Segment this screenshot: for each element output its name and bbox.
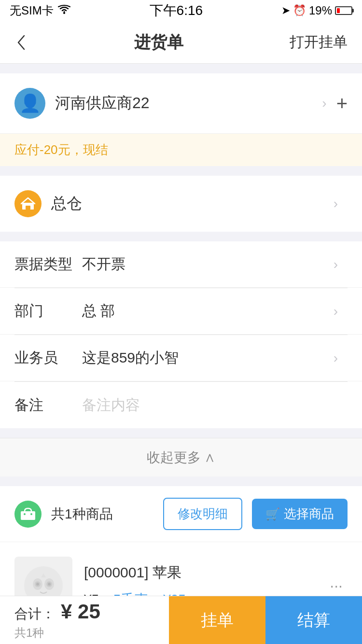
- person-icon: 👤: [19, 93, 41, 113]
- warehouse-label: 总仓: [51, 193, 334, 214]
- invoice-type-label: 票据类型: [14, 254, 82, 274]
- product-title: 苹果: [153, 564, 181, 580]
- collapse-label: 收起更多 ∧: [147, 448, 216, 467]
- invoice-type-row[interactable]: 票据类型 不开票 ›: [0, 241, 362, 288]
- total-count: 共1种: [14, 625, 154, 641]
- location-icon: ➤: [281, 4, 290, 17]
- add-supplier-button[interactable]: +: [336, 93, 348, 114]
- battery-icon: [335, 6, 352, 15]
- select-product-label: 选择商品: [284, 505, 334, 522]
- salesperson-value: 这是859的小智: [82, 348, 334, 368]
- no-sim-label: 无SIM卡: [10, 3, 54, 18]
- supplier-section: 👤 河南供应商22 › + 应付-20元，现结: [0, 73, 362, 166]
- supplier-row[interactable]: 👤 河南供应商22 › +: [0, 73, 362, 134]
- supplier-hint: 应付-20元，现结: [0, 134, 362, 166]
- open-pending-button[interactable]: 打开挂单: [290, 32, 348, 52]
- svg-point-5: [30, 513, 32, 515]
- salesperson-label: 业务员: [14, 348, 82, 368]
- select-product-button[interactable]: 🛒 选择商品: [252, 499, 348, 529]
- invoice-type-chevron-icon: ›: [334, 257, 338, 272]
- svg-point-0: [63, 12, 65, 14]
- warehouse-chevron-icon: ›: [334, 196, 338, 211]
- back-button[interactable]: [14, 32, 28, 53]
- status-indicators: ➤ ⏰ 19%: [281, 4, 352, 17]
- remark-label: 备注: [14, 395, 82, 415]
- remark-placeholder[interactable]: 备注内容: [82, 395, 348, 415]
- collapse-button[interactable]: 收起更多 ∧: [0, 438, 362, 476]
- bottom-bar: 合计： ¥ 25 共1种 挂单 结算: [0, 596, 362, 644]
- supplier-avatar: 👤: [14, 88, 45, 119]
- status-bar: 无SIM卡 下午6:16 ➤ ⏰ 19%: [0, 0, 362, 21]
- department-value: 总 部: [82, 301, 334, 321]
- department-chevron-icon: ›: [334, 304, 338, 319]
- svg-point-4: [24, 513, 26, 515]
- supplier-chevron-icon: ›: [322, 96, 326, 111]
- salesperson-chevron-icon: ›: [334, 350, 338, 366]
- nav-bar: 进货单 打开挂单: [0, 21, 362, 64]
- suspend-button[interactable]: 挂单: [169, 596, 265, 644]
- department-label: 部门: [14, 301, 82, 321]
- product-name: [0000001] 苹果: [84, 563, 313, 583]
- warehouse-section[interactable]: 总仓 ›: [0, 176, 362, 232]
- salesperson-row[interactable]: 业务员 这是859的小智 ›: [0, 335, 362, 381]
- status-time: 下午6:16: [150, 1, 203, 20]
- products-icon: [14, 501, 42, 528]
- invoice-type-value: 不开票: [82, 254, 334, 274]
- department-row[interactable]: 部门 总 部 ›: [0, 288, 362, 335]
- svg-rect-3: [21, 511, 35, 520]
- total-label: 合计：: [14, 605, 55, 623]
- svg-point-11: [36, 583, 39, 586]
- section-divider-1: [0, 64, 362, 73]
- edit-detail-button[interactable]: 修改明细: [163, 498, 242, 530]
- product-more-button[interactable]: ···: [325, 572, 348, 600]
- bottom-total: 合计： ¥ 25 共1种: [0, 596, 169, 644]
- alarm-icon: ⏰: [293, 4, 306, 17]
- cart-icon: 🛒: [265, 507, 280, 521]
- svg-rect-2: [26, 206, 30, 210]
- products-header: 共1种商品 修改明细 🛒 选择商品: [0, 486, 362, 542]
- total-row: 合计： ¥ 25: [14, 600, 154, 623]
- total-amount: ¥ 25: [61, 600, 100, 623]
- remark-row[interactable]: 备注 备注内容: [0, 382, 362, 428]
- wifi-icon: [57, 4, 71, 17]
- products-count: 共1种商品: [51, 505, 153, 523]
- supplier-name: 河南供应商22: [55, 93, 322, 114]
- checkout-button[interactable]: 结算: [265, 596, 362, 644]
- status-signal: 无SIM卡: [10, 3, 71, 18]
- warehouse-icon: [14, 190, 42, 217]
- battery-percent: 19%: [309, 4, 332, 17]
- product-code: [0000001]: [84, 564, 153, 580]
- svg-point-12: [48, 583, 51, 586]
- form-section: 票据类型 不开票 › 部门 总 部 › 业务员 这是859的小智 › 备注 备注…: [0, 241, 362, 428]
- page-title: 进货单: [134, 31, 183, 54]
